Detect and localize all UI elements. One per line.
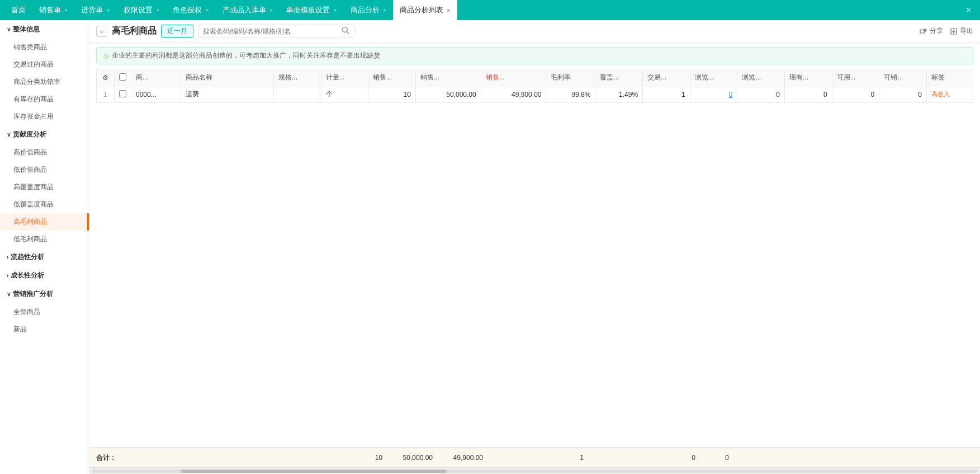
- col-sales-qty[interactable]: 销售...: [368, 69, 416, 86]
- sidebar-item-high-coverage[interactable]: 高覆盖度商品: [0, 179, 89, 196]
- col-tag[interactable]: 标签: [926, 69, 973, 86]
- search-input[interactable]: [203, 27, 339, 35]
- nav-item-home[interactable]: 首页: [4, 0, 32, 20]
- content-area: « 高毛利商品 近一月: [89, 20, 980, 474]
- row-spec: [274, 86, 321, 103]
- sidebar-item-low-value[interactable]: 低价值商品: [0, 161, 89, 179]
- scrollbar-track: [92, 470, 978, 473]
- time-filter-button[interactable]: 近一月: [161, 25, 193, 37]
- row-tag: 高收入: [926, 86, 973, 103]
- sidebar-item-low-margin[interactable]: 低毛利商品: [0, 231, 89, 248]
- select-all-checkbox[interactable]: [119, 73, 126, 81]
- sidebar-group-contribution[interactable]: ∨ 贡献度分析: [0, 125, 89, 144]
- col-available[interactable]: 可用...: [832, 69, 879, 86]
- nav-close-sales[interactable]: ×: [64, 7, 68, 13]
- sidebar-group-label-growth: 成长性分析: [11, 271, 44, 280]
- nav-close-template[interactable]: ×: [333, 7, 337, 13]
- row-current-stock: 0: [785, 86, 832, 103]
- nav-item-analysis[interactable]: 商品分析 ×: [344, 0, 393, 20]
- scrollbar-thumb[interactable]: [181, 470, 447, 473]
- sidebar-item-category-rate[interactable]: 商品分类助销率: [0, 73, 89, 91]
- col-browse2[interactable]: 浏览...: [737, 69, 785, 86]
- sidebar-item-low-coverage[interactable]: 低覆盖度商品: [0, 196, 89, 213]
- arrow-marketing: ∨: [7, 291, 11, 297]
- sidebar-group-marketing[interactable]: ∨ 营销推广分析: [0, 285, 89, 303]
- sidebar-item-all-goods[interactable]: 全部商品: [0, 303, 89, 321]
- info-banner: ◇ 企业的主要的利润都是这部分商品创造的，可考虑加大推广，同时关注库存是不要出现…: [96, 47, 973, 64]
- row-checkbox[interactable]: [115, 86, 131, 103]
- nav-close-instock[interactable]: ×: [269, 7, 273, 13]
- row-browse2: 0: [737, 86, 785, 103]
- col-spec[interactable]: 规格...: [274, 69, 321, 86]
- sidebar: ∨ 整体信息 销售类商品 交易过的商品 商品分类助销率 有库存的商品 库存资金占…: [0, 20, 89, 474]
- collapse-button[interactable]: «: [96, 26, 107, 37]
- info-icon: ◇: [103, 52, 108, 60]
- search-box: [198, 25, 354, 37]
- nav-item-instock[interactable]: 产成品入库单 ×: [216, 0, 280, 20]
- row-unit: 个: [321, 86, 368, 103]
- sidebar-group-growth[interactable]: › 成长性分析: [0, 266, 89, 285]
- col-settings[interactable]: ⚙: [97, 69, 115, 86]
- sidebar-item-new-goods[interactable]: 新品: [0, 321, 89, 338]
- row-sales-profit: 49,900.00: [481, 86, 546, 103]
- row-name: 运费: [181, 86, 274, 103]
- share-button[interactable]: 分享: [920, 26, 943, 36]
- sidebar-item-traded-goods[interactable]: 交易过的商品: [0, 56, 89, 73]
- nav-item-roles[interactable]: 角色授权 ×: [166, 0, 215, 20]
- col-name[interactable]: 商品名称: [181, 69, 274, 86]
- col-coverage[interactable]: 覆盖...: [595, 69, 643, 86]
- close-all-button[interactable]: ×: [962, 5, 976, 15]
- nav-item-sales[interactable]: 销售单 ×: [32, 0, 74, 20]
- export-button[interactable]: 导出: [950, 26, 973, 36]
- col-current-stock[interactable]: 现有...: [785, 69, 832, 86]
- sidebar-item-in-stock[interactable]: 有库存的商品: [0, 91, 89, 108]
- col-code[interactable]: 商...: [131, 69, 181, 86]
- col-browse1[interactable]: 浏览...: [690, 69, 737, 86]
- col-sales-amount[interactable]: 销售...: [415, 69, 481, 86]
- col-sales-profit[interactable]: 销售...: [481, 69, 546, 86]
- row-sellable: 0: [879, 86, 927, 103]
- nav-close-purchase[interactable]: ×: [106, 7, 110, 13]
- sidebar-group-label-contribution: 贡献度分析: [13, 130, 46, 139]
- col-sellable[interactable]: 可销...: [879, 69, 927, 86]
- nav-close-roles[interactable]: ×: [205, 7, 209, 13]
- col-gross-rate[interactable]: 毛利率: [546, 69, 595, 86]
- sidebar-group-overview[interactable]: ∨ 整体信息: [0, 20, 89, 39]
- nav-item-purchase[interactable]: 进货单 ×: [74, 0, 116, 20]
- nav-close-perms[interactable]: ×: [156, 7, 159, 13]
- nav-close-analysis[interactable]: ×: [383, 7, 386, 13]
- row-coverage: 1.49%: [595, 86, 643, 103]
- data-table: ⚙ 商... 商品名称: [96, 69, 973, 103]
- sidebar-item-sales-goods[interactable]: 销售类商品: [0, 39, 89, 56]
- nav-label-purchase: 进货单: [81, 5, 103, 15]
- nav-item-analysis-list[interactable]: 商品分析列表 ×: [393, 0, 457, 20]
- row-code: 0000...: [131, 86, 181, 103]
- sidebar-group-label-overview: 整体信息: [13, 25, 40, 34]
- bottom-scrollbar[interactable]: [89, 467, 980, 474]
- footer-current-stock: 0: [655, 452, 700, 464]
- sidebar-group-label-marketing: 营销推广分析: [13, 289, 53, 299]
- nav-label-home: 首页: [11, 5, 26, 15]
- row-gross-rate: 99.8%: [546, 86, 595, 103]
- nav-label-perms: 权限设置: [124, 5, 153, 15]
- table-row: 1 0000... 运费: [97, 86, 973, 103]
- sidebar-item-high-margin[interactable]: 高毛利商品: [0, 213, 89, 231]
- sidebar-item-high-value[interactable]: 高价值商品: [0, 144, 89, 161]
- sidebar-group-trend[interactable]: › 流趋性分析: [0, 248, 89, 266]
- share-label: 分享: [930, 26, 943, 36]
- sidebar-item-stock-capital[interactable]: 库存资金占用: [0, 108, 89, 125]
- nav-close-analysis-list[interactable]: ×: [447, 7, 450, 13]
- nav-item-perms[interactable]: 权限设置 ×: [117, 0, 166, 20]
- search-icon[interactable]: [342, 26, 349, 36]
- svg-line-1: [347, 32, 349, 34]
- table-footer: 合计： 10 50,000.00 49,900.00 1 0 0: [89, 447, 980, 467]
- nav-label-template: 单据模板设置: [286, 5, 330, 15]
- nav-item-template[interactable]: 单据模板设置 ×: [280, 0, 343, 20]
- collapse-icon: «: [100, 27, 104, 35]
- nav-label-roles: 角色授权: [173, 5, 202, 15]
- col-trade[interactable]: 交易...: [643, 69, 690, 86]
- row-index: 1: [97, 86, 115, 103]
- nav-label-analysis-list: 商品分析列表: [400, 5, 443, 15]
- col-unit[interactable]: 计量...: [321, 69, 368, 86]
- col-checkbox[interactable]: [115, 69, 131, 86]
